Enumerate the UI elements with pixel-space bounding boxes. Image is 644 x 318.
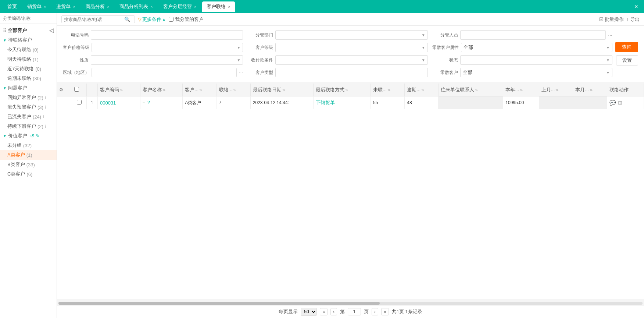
- more-filter-btn[interactable]: ▽ 更多条件 ▲: [138, 16, 166, 23]
- chat-icon[interactable]: 💬: [609, 100, 616, 106]
- scrollbar-track[interactable]: [58, 302, 643, 305]
- th-type[interactable]: 客户...⇅: [183, 84, 217, 96]
- chevron-down-icon-grade: ▼: [422, 46, 425, 50]
- main-layout: 🔍 ⠿ 全部客户 ◁ ▼ 待联络客户 今天待联络 (0) 明天待联络 (1) 近…: [0, 13, 644, 318]
- filter-customer-grade-select[interactable]: ▼: [275, 43, 427, 52]
- scrollbar-thumb[interactable]: [58, 302, 380, 305]
- page-size-select[interactable]: 50: [301, 308, 317, 316]
- filter-phone-label: 电话号码: [63, 32, 89, 38]
- row-code-cell[interactable]: 000031: [97, 96, 140, 109]
- sidebar-group-value-customer[interactable]: ▼ 价值客户 ↺ ✎: [0, 131, 57, 141]
- sidebar-item-tomorrow-pending[interactable]: 明天待联络 (1): [0, 54, 57, 64]
- filter-region-label: 区域（地区）: [63, 70, 89, 76]
- tab-home[interactable]: 首页: [3, 1, 21, 12]
- edit-group-icon[interactable]: ✎: [36, 133, 40, 139]
- sidebar-group-pending-contact[interactable]: ▼ 待联络客户: [0, 35, 57, 45]
- next-page-btn[interactable]: ›: [372, 308, 378, 315]
- sidebar-item-loss-warning[interactable]: 流失预警客户 (3) ℹ: [0, 102, 57, 112]
- search-input[interactable]: [64, 17, 123, 22]
- tab-customer-contact[interactable]: 客户联络 ×: [202, 1, 235, 12]
- sidebar-item-class-a[interactable]: A类客户 (1): [0, 150, 57, 160]
- customer-name-link[interactable]: ？: [146, 99, 151, 106]
- th-contact[interactable]: 联络...⇅: [217, 84, 250, 96]
- th-last-month[interactable]: 上月...⇅: [539, 84, 573, 96]
- filter-price-grade-select[interactable]: ▼: [92, 43, 243, 52]
- tab-analysis[interactable]: 商品分析 ×: [81, 1, 114, 12]
- th-this-year[interactable]: 本年...⇅: [503, 84, 539, 96]
- sidebar-item-overdue[interactable]: 逾期未联络 (30): [0, 74, 57, 83]
- tab-analysis-list-close[interactable]: ×: [150, 4, 153, 9]
- add-group-icon[interactable]: ↺: [30, 133, 34, 139]
- tab-purchase-close[interactable]: ×: [73, 4, 75, 9]
- select-all-checkbox[interactable]: [74, 87, 79, 92]
- th-last-method[interactable]: 最后联络方式⇅: [314, 84, 371, 96]
- row-last-method-cell[interactable]: 下销货单: [314, 96, 371, 109]
- sidebar-search-input[interactable]: [3, 16, 57, 21]
- filter-status-select[interactable]: ▼: [460, 55, 612, 65]
- my-customer-checkbox[interactable]: [169, 17, 173, 22]
- tab-customer-contact-close[interactable]: ×: [228, 4, 230, 9]
- th-name[interactable]: 客户名称⇅: [140, 84, 183, 96]
- filter-phone-input[interactable]: [91, 30, 243, 40]
- th-settings[interactable]: ⚙: [57, 84, 72, 96]
- tab-purchase[interactable]: 进货单 ×: [52, 1, 79, 12]
- filter-manager-input[interactable]: [460, 30, 606, 40]
- filter-region-dots[interactable]: ···: [239, 70, 243, 75]
- tab-analysis-list[interactable]: 商品分析列表 ×: [115, 1, 157, 12]
- sidebar-item-declining[interactable]: 持续下滑客户 (2) ℹ: [0, 121, 57, 131]
- horizontal-scrollbar[interactable]: [57, 301, 644, 305]
- th-overdue[interactable]: 逾期...⇅: [405, 84, 439, 96]
- sidebar-item-class-c[interactable]: C类客户 (6): [0, 169, 57, 179]
- batch-op-btn[interactable]: ☑ 批量操作: [599, 16, 624, 23]
- th-action: 联络动作: [607, 84, 644, 96]
- sidebar-item-ungrouped[interactable]: 未分组 (32): [0, 141, 57, 150]
- th-no-contact[interactable]: 未联...⇅: [371, 84, 404, 96]
- first-page-btn[interactable]: «: [320, 308, 328, 315]
- export-btn[interactable]: ↑ 导出: [627, 16, 640, 23]
- tab-analysis-close[interactable]: ×: [107, 4, 109, 9]
- th-unit-contact[interactable]: 往来单位联系人⇅: [439, 84, 503, 96]
- sidebar-all-customers[interactable]: ⠿ 全部客户 ◁: [0, 24, 57, 35]
- sidebar-item-class-b[interactable]: B类客户 (33): [0, 160, 57, 169]
- th-this-month[interactable]: 本月...⇅: [573, 84, 607, 96]
- tab-customer-layer[interactable]: 客户分层经营 ×: [159, 1, 201, 12]
- sidebar-item-lost[interactable]: 已流失客户 (24) ℹ: [0, 112, 57, 121]
- more-icon[interactable]: ⊞: [618, 100, 622, 106]
- filter-payment-select[interactable]: ▼: [275, 55, 427, 65]
- filter-btn-group: 查询 设置: [612, 29, 638, 79]
- filter-customer-type-input[interactable]: [275, 68, 427, 77]
- sidebar-item-week-pending[interactable]: 近7天待联络 (0): [0, 64, 57, 74]
- prev-page-btn[interactable]: ‹: [330, 308, 337, 315]
- tab-sales-close[interactable]: ×: [44, 4, 46, 9]
- filter-region-input[interactable]: [92, 68, 237, 77]
- tab-customer-layer-close[interactable]: ×: [194, 4, 196, 9]
- th-code[interactable]: 客户编码⇅: [97, 84, 140, 96]
- row-checkbox[interactable]: [77, 100, 82, 105]
- filter-manager-dots[interactable]: ···: [608, 32, 612, 38]
- sidebar-item-today-pending[interactable]: 今天待联络 (0): [0, 45, 57, 54]
- last-page-btn[interactable]: »: [381, 308, 389, 315]
- query-button[interactable]: 查询: [615, 42, 638, 52]
- chevron-down-icon-nature: ▼: [237, 58, 240, 62]
- settings-button[interactable]: 设置: [616, 55, 638, 66]
- action-icons-wrap: 💬 ⊞: [609, 100, 641, 106]
- tab-sales[interactable]: 销货单 ×: [23, 1, 50, 12]
- filter-retail-attr-select[interactable]: 全部 ▼: [461, 43, 612, 52]
- filter-dept-select[interactable]: ▼: [275, 30, 427, 40]
- sidebar-group-problem-customer[interactable]: ▼ 问题客户: [0, 83, 57, 93]
- th-last-date[interactable]: 最后联络日期⇅: [250, 84, 313, 96]
- filter-retail-customer-select[interactable]: 全部 ▼: [460, 68, 612, 77]
- sidebar-collapse-btn[interactable]: ◁: [49, 27, 54, 34]
- customer-code-link[interactable]: 000031: [100, 100, 116, 106]
- sort-icon-unit: ⇅: [475, 88, 478, 92]
- sidebar-item-repurchase-abnormal[interactable]: 回购异常客户 (2) ℹ: [0, 93, 57, 102]
- close-all-button[interactable]: ×: [631, 3, 641, 11]
- my-customer-check[interactable]: 我分管的客户: [169, 16, 204, 23]
- tab-customer-contact-label: 客户联络: [207, 3, 226, 10]
- last-method-link[interactable]: 下销货单: [316, 100, 335, 105]
- filter-retail-attr: 零散客户属性 全部 ▼: [432, 43, 612, 52]
- filter-nature-label: 性质: [63, 57, 89, 63]
- page-input[interactable]: [348, 308, 361, 315]
- info-icon-4: ℹ: [45, 124, 46, 129]
- filter-nature-select[interactable]: ▼: [91, 55, 243, 65]
